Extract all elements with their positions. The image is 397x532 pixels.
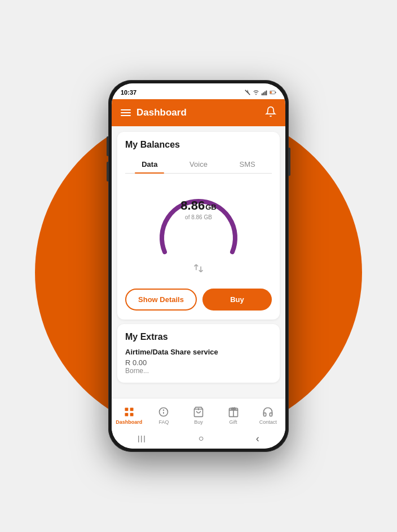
buy-button[interactable]: Buy (202, 289, 272, 311)
bottom-nav: Dashboard FAQ (112, 398, 285, 431)
page-title: Dashboard (136, 107, 187, 118)
headset-icon (262, 406, 274, 418)
main-content: My Balances Data Voice SMS (112, 126, 285, 398)
extras-more: Borne... (125, 367, 272, 375)
transfer-icon (193, 263, 204, 276)
nav-faq[interactable]: FAQ (150, 406, 177, 425)
gauge-unit: GB (205, 203, 217, 211)
svg-rect-12 (130, 413, 133, 416)
wifi-icon (253, 89, 259, 96)
svg-rect-7 (270, 91, 271, 94)
svg-rect-4 (264, 91, 266, 95)
svg-rect-5 (266, 91, 267, 96)
gauge-sub: of 8.86 GB (180, 214, 216, 220)
extras-card: My Extras Airtime/Data Share service R 0… (117, 324, 280, 383)
grid-icon (123, 406, 135, 418)
gauge-container: 8.86 GB of 8.86 GB (125, 183, 272, 282)
extras-service-name: Airtime/Data Share service (125, 348, 272, 356)
balance-tabs: Data Voice SMS (125, 157, 272, 174)
sys-back[interactable]: ‹ (256, 433, 259, 445)
nav-buy-label: Buy (194, 419, 203, 425)
app-header: Dashboard (112, 99, 285, 126)
nav-faq-label: FAQ (158, 419, 169, 425)
nav-buy[interactable]: Buy (185, 406, 212, 425)
svg-rect-9 (125, 407, 128, 411)
svg-rect-3 (263, 92, 264, 95)
tab-voice[interactable]: Voice (174, 157, 223, 173)
svg-rect-8 (275, 92, 276, 93)
sys-recents[interactable]: ||| (138, 435, 146, 442)
balances-title: My Balances (125, 140, 272, 150)
gift-icon (227, 406, 240, 418)
system-nav: ||| ○ ‹ (112, 431, 285, 449)
status-bar: 10:37 (112, 83, 285, 99)
action-buttons: Show Details Buy (125, 289, 272, 311)
nav-gift[interactable]: Gift (220, 406, 247, 425)
gauge-value: 8.86 (180, 198, 205, 213)
svg-rect-2 (262, 94, 263, 95)
status-time: 10:37 (121, 89, 136, 96)
sys-home[interactable]: ○ (198, 433, 204, 444)
extras-title: My Extras (125, 332, 272, 342)
svg-rect-11 (125, 413, 128, 416)
status-icons (244, 89, 276, 96)
signal-icon (261, 89, 268, 96)
battery-icon (270, 89, 276, 96)
menu-button[interactable] (121, 109, 131, 116)
extras-value: R 0.00 (125, 358, 272, 367)
mute-icon (244, 89, 251, 96)
show-details-button[interactable]: Show Details (125, 289, 197, 311)
tab-sms[interactable]: SMS (223, 157, 272, 173)
info-icon (157, 406, 170, 418)
nav-gift-label: Gift (230, 419, 237, 425)
nav-contact-label: Contact (259, 419, 277, 425)
balances-card: My Balances Data Voice SMS (117, 132, 280, 320)
tab-data[interactable]: Data (125, 157, 174, 173)
notification-button[interactable] (265, 106, 276, 119)
nav-dashboard[interactable]: Dashboard (116, 406, 143, 425)
nav-contact[interactable]: Contact (254, 406, 281, 425)
gauge-center: 8.86 GB of 8.86 GB (180, 198, 216, 220)
nav-dashboard-label: Dashboard (116, 419, 142, 425)
svg-rect-10 (130, 407, 133, 411)
svg-point-1 (255, 94, 257, 95)
cart-icon (192, 406, 205, 418)
